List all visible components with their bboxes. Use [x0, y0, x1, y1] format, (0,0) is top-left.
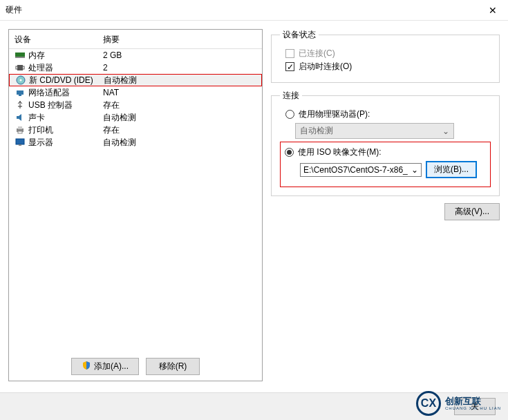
iso-path-value: E:\CentOS7\CentOS-7-x86_ [303, 165, 408, 175]
svg-rect-7 [19, 95, 21, 96]
disc-icon [15, 75, 26, 86]
svg-rect-9 [18, 126, 22, 129]
device-label: 新 CD/DVD (IDE) [29, 75, 104, 86]
iso-path-input[interactable]: E:\CentOS7\CentOS-7-x86_ ⌄ [300, 163, 422, 177]
remove-button[interactable]: 移除(R) [146, 358, 200, 375]
connected-label: 已连接(C) [299, 48, 335, 59]
device-summary: 存在 [103, 99, 256, 111]
device-summary: 自动检测 [104, 75, 256, 86]
brand-name: 创新互联 [445, 397, 501, 406]
advanced-button[interactable]: 高级(V)... [444, 203, 500, 220]
device-row-display[interactable]: 显示器 自动检测 [9, 136, 262, 149]
device-list-panel: 设备 摘要 内存 2 GB 处理器 2 新 CD/DVD (IDE) 自动检测 … [8, 29, 263, 381]
device-row-cpu[interactable]: 处理器 2 [9, 61, 262, 74]
iso-highlight: 使用 ISO 映像文件(M): E:\CentOS7\CentOS-7-x86_… [280, 142, 491, 187]
device-summary: 自动检测 [103, 112, 256, 124]
device-row-sound[interactable]: 声卡 自动检测 [9, 111, 262, 124]
svg-rect-1 [15, 57, 25, 58]
device-row-cddvd[interactable]: 新 CD/DVD (IDE) 自动检测 [9, 74, 262, 86]
memory-icon [15, 50, 26, 61]
device-summary: 2 GB [103, 50, 256, 60]
device-label: 网络适配器 [28, 87, 103, 99]
use-iso-radio[interactable] [285, 148, 294, 157]
chevron-down-icon: ⌄ [442, 126, 449, 136]
connection-group: 连接 使用物理驱动器(P): 自动检测 ⌄ 使用 ISO 映像文件(M): E:… [271, 90, 500, 196]
physical-drive-combo: 自动检测 ⌄ [295, 123, 454, 139]
close-icon[interactable]: ✕ [477, 0, 508, 21]
device-summary: 自动检测 [103, 137, 256, 149]
svg-rect-2 [17, 65, 23, 70]
use-iso-label: 使用 ISO 映像文件(M): [298, 146, 382, 158]
svg-rect-10 [18, 131, 22, 133]
device-row-memory[interactable]: 内存 2 GB [9, 49, 262, 61]
sound-icon [15, 112, 26, 123]
device-label: 内存 [28, 50, 103, 61]
connect-at-poweron-checkbox[interactable]: ✓ [285, 62, 294, 71]
device-row-printer[interactable]: 打印机 存在 [9, 124, 262, 136]
connected-checkbox [285, 49, 294, 58]
device-label: 处理器 [28, 62, 103, 74]
device-label: 显示器 [28, 137, 103, 149]
add-button-label: 添加(A)... [94, 361, 129, 372]
device-label: 声卡 [28, 112, 103, 124]
device-summary: 存在 [103, 124, 256, 136]
device-status-group: 设备状态 已连接(C) ✓ 启动时连接(O) [271, 29, 500, 83]
device-label: 打印机 [28, 124, 103, 136]
cpu-icon [15, 62, 26, 73]
column-header-device[interactable]: 设备 [15, 34, 103, 46]
device-row-network[interactable]: 网络适配器 NAT [9, 86, 262, 99]
svg-point-5 [20, 79, 22, 82]
brand-sub: CHUANG XIN HU LIAN [445, 406, 501, 410]
network-icon [15, 87, 26, 98]
device-summary: NAT [103, 88, 256, 97]
column-header-summary[interactable]: 摘要 [103, 34, 120, 46]
printer-icon [15, 124, 26, 135]
window-title: 硬件 [6, 4, 22, 16]
connect-at-poweron-label: 启动时连接(O) [299, 61, 352, 73]
shield-icon [82, 361, 91, 372]
physical-drive-value: 自动检测 [300, 125, 333, 137]
brand-logo: CX 创新互联 CHUANG XIN HU LIAN [416, 391, 501, 416]
svg-rect-11 [16, 139, 24, 144]
usb-icon [15, 99, 26, 111]
add-button[interactable]: 添加(A)... [71, 358, 139, 375]
connection-legend: 连接 [280, 90, 302, 102]
browse-button[interactable]: 浏览(B)... [426, 161, 477, 178]
logo-icon: CX [416, 391, 441, 416]
device-summary: 2 [103, 63, 256, 73]
device-row-usb[interactable]: USB 控制器 存在 [9, 99, 262, 111]
svg-rect-6 [17, 90, 23, 95]
use-physical-label: 使用物理驱动器(P): [299, 108, 370, 120]
chevron-down-icon[interactable]: ⌄ [411, 165, 418, 175]
device-label: USB 控制器 [28, 99, 103, 111]
use-physical-radio[interactable] [285, 110, 294, 119]
svg-rect-12 [19, 144, 21, 146]
display-icon [15, 137, 26, 148]
device-status-legend: 设备状态 [280, 29, 319, 41]
